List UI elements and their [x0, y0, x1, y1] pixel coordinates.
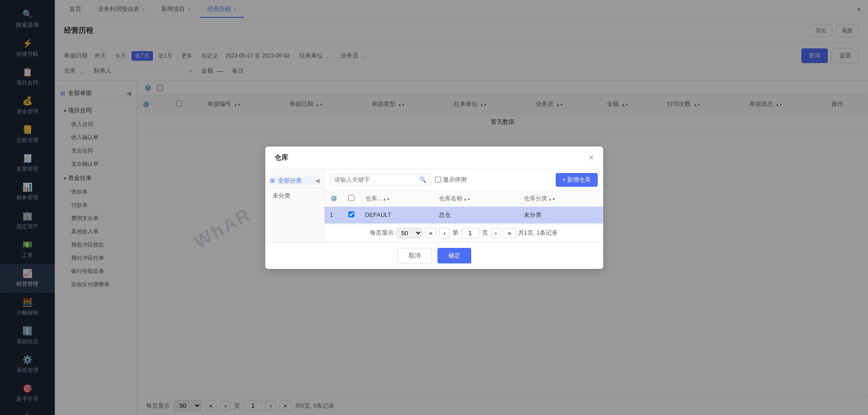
modal-per-page-label: 每页显示: [370, 229, 394, 237]
row-category: 未分类: [518, 206, 603, 223]
cancel-button[interactable]: 取消: [397, 248, 432, 263]
row-checkbox: [343, 206, 360, 223]
modal-col-code[interactable]: 仓库...▲▼: [360, 191, 433, 207]
modal-col-category[interactable]: 仓库分类▲▼: [518, 191, 603, 207]
modal-col-settings: ⚙️: [325, 191, 343, 207]
modal-body: ⊞ 全部分类 ◀ 未分类 🔍 显示停用: [265, 169, 603, 242]
table-row[interactable]: 1 DEFAULT 总仓 未分类: [325, 206, 603, 223]
modal-first-page[interactable]: «: [425, 228, 437, 238]
confirm-button[interactable]: 确定: [437, 248, 471, 263]
modal-sidebar: ⊞ 全部分类 ◀ 未分类: [265, 169, 325, 242]
modal-content: 🔍 显示停用 + 新增仓库 ⚙️: [325, 169, 603, 242]
modal-per-page-select[interactable]: 50 100: [396, 228, 422, 238]
show-disabled-input[interactable]: [435, 177, 441, 183]
modal-header: 仓库 ×: [265, 147, 603, 169]
warehouse-table: ⚙️ 仓库...▲▼ 仓库名称▲▼ 仓库分类▲▼ 1 DEF: [325, 191, 603, 224]
modal-page-input[interactable]: [461, 228, 479, 238]
modal-overlay: 仓库 × ⊞ 全部分类 ◀ 未分类: [0, 0, 868, 415]
modal-next-page[interactable]: ›: [491, 228, 501, 238]
modal-last-page[interactable]: »: [504, 228, 515, 238]
modal-footer: 取消 确定: [265, 242, 603, 269]
modal-pagination: 每页显示 50 100 « ‹ 第 页 › » 共1页, 1条记录: [325, 224, 603, 242]
modal-toolbar: 🔍 显示停用 + 新增仓库: [325, 169, 603, 191]
modal-title: 仓库: [274, 153, 288, 162]
warehouse-modal: 仓库 × ⊞ 全部分类 ◀ 未分类: [265, 147, 603, 269]
modal-page-label: 第: [452, 229, 458, 237]
row-code: DEFAULT: [360, 206, 433, 223]
modal-search-icon[interactable]: 🔍: [419, 176, 426, 183]
modal-close-button[interactable]: ×: [589, 153, 594, 163]
modal-col-name[interactable]: 仓库名称▲▼: [433, 191, 518, 207]
modal-header-checkbox[interactable]: [348, 195, 354, 201]
row-name: 总仓: [433, 206, 518, 223]
modal-prev-page[interactable]: ‹: [439, 228, 449, 238]
modal-col-checkbox: [343, 191, 360, 207]
modal-sidebar-collapse[interactable]: ◀: [315, 177, 320, 184]
modal-unclassified[interactable]: 未分类: [265, 188, 324, 204]
add-warehouse-button[interactable]: + 新增仓库: [556, 173, 597, 187]
modal-show-disabled-checkbox[interactable]: 显示停用: [435, 176, 467, 184]
modal-total-info: 共1页, 1条记录: [518, 229, 558, 237]
modal-table: ⚙️ 仓库...▲▼ 仓库名称▲▼ 仓库分类▲▼ 1 DEF: [325, 191, 603, 224]
modal-search-input[interactable]: [334, 176, 419, 183]
row-index: 1: [325, 206, 343, 223]
modal-search: 🔍: [330, 174, 431, 185]
modal-all-category[interactable]: ⊞ 全部分类: [270, 177, 315, 185]
row-check-input[interactable]: [348, 211, 354, 217]
modal-page-suffix: 页: [482, 229, 488, 237]
